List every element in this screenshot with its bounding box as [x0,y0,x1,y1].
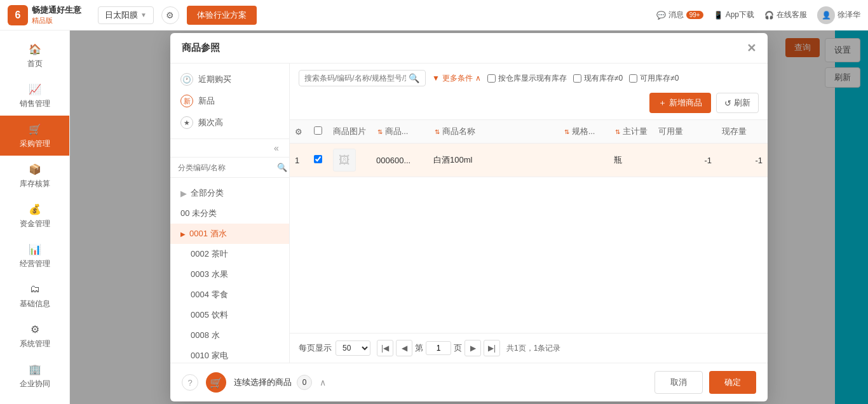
recent-icon: 🕐 [180,73,193,86]
message-item[interactable]: 💬 消息 99+ [656,10,703,20]
cat-0005[interactable]: 0005 饮料 [180,305,289,325]
per-page-select[interactable]: 50 100 200 [336,340,370,356]
category-search-input[interactable] [178,163,273,172]
help-button[interactable]: ? [182,374,198,391]
per-page-section: 每页显示 50 100 200 [299,340,370,356]
table-row[interactable]: 1 🖼 [290,144,768,177]
check3-input[interactable] [629,74,637,83]
logo-area: 6 畅捷通好生意 精品版 [8,4,90,25]
collapse-up-button[interactable]: ∧ [320,377,326,387]
online-service-item[interactable]: 🎧 在线客服 [764,10,807,20]
cat-0004[interactable]: 0004 零食 [180,285,289,305]
modal-header: 商品参照 ✕ [170,33,768,64]
sidebar-label: 库存核算 [20,178,50,189]
th-name[interactable]: ⇅ 商品名称 [428,120,558,144]
sidebar-item-home[interactable]: 🏠 首页 [0,36,69,76]
check1-input[interactable] [487,74,496,83]
plus-icon: ＋ [658,97,667,109]
th-unit[interactable]: ⇅ 主计量 [609,120,653,144]
finance-icon: 💰 [28,202,42,216]
new-product-item[interactable]: 新 新品 [170,90,289,112]
collapse-panel-button[interactable]: « [270,142,283,154]
product-search-input[interactable] [304,74,406,83]
filter-check3[interactable]: 可用库存≠0 [629,73,679,84]
app-download-item[interactable]: 📱 App下载 [714,10,754,20]
continuous-select-area: 连续选择的商品 0 [234,375,312,390]
th-img: 商品图片 [328,120,371,144]
cat-all[interactable]: ▶ 全部分类 [170,183,289,203]
settings-icon: ⚙ [295,127,302,137]
page-number-input[interactable] [426,341,451,355]
row-available: -1 [653,144,717,177]
try-industry-button[interactable]: 体验行业方案 [187,6,257,25]
sort-icon: ⇅ [615,128,620,135]
cat-0003[interactable]: 0003 水果 [180,264,289,285]
sidebar-item-guide[interactable]: 📖 新手引导 [0,396,69,404]
prev-page-button[interactable]: ◀ [396,340,412,356]
row-checkbox[interactable] [314,155,322,163]
sidebar-item-system[interactable]: ⚙ 系统管理 [0,316,69,356]
sidebar-item-inventory[interactable]: 📦 库存核算 [0,156,69,196]
confirm-button[interactable]: 确定 [709,371,756,394]
cat-00[interactable]: 00 未分类 [170,203,289,224]
th-checkbox[interactable] [309,120,328,144]
row-checkbox-cell[interactable] [309,144,328,177]
page-navigation: |◀ ◀ 第 页 ▶ ▶| [377,340,500,356]
category-search-icon[interactable]: 🔍 [277,163,287,172]
footer-buttons: 取消 确定 [654,371,756,394]
th-settings[interactable]: ⚙ [290,120,309,144]
add-product-button[interactable]: ＋ 新增商品 [649,93,711,113]
sidebar-label: 系统管理 [20,339,50,349]
page-total: 共1页，1条记录 [506,343,560,354]
pagination-bar: 每页显示 50 100 200 |◀ ◀ 第 [290,333,768,363]
filter-check1[interactable]: 按仓库显示现有库存 [487,73,567,84]
sidebar-item-operation[interactable]: 📊 经营管理 [0,236,69,276]
settings-icon[interactable]: ⚙ [161,6,179,24]
modal-body: 🕐 近期购买 新 新品 ★ 频次高 [170,64,768,363]
cat-0008[interactable]: 0008 水 [180,325,289,346]
filter-check2[interactable]: 现有库存≠0 [573,73,623,84]
product-search-icon[interactable]: 🔍 [409,73,419,83]
row-unit: 瓶 [609,144,653,177]
content-area: 查询 设置 刷新 ✕ ⤢ 商品参照 ✕ [70,30,868,404]
sidebar-item-finance[interactable]: 💰 资金管理 [0,196,69,236]
cat-0010[interactable]: 0010 家电 [180,346,289,363]
filter-more-button[interactable]: ▼ 更多条件 ∧ [432,73,481,84]
user-area[interactable]: 👤 徐泽华 [817,6,860,24]
sort-icon: ⇅ [377,128,383,135]
logo-text: 畅捷通好生意 精品版 [32,4,81,25]
enterprise-icon: 🏢 [28,362,42,376]
row-num: 1 [290,144,309,177]
sidebar-label: 资金管理 [20,219,50,229]
modal-overlay: 商品参照 ✕ 🕐 近期购买 新 [70,30,868,404]
cart-button[interactable]: 🛒 [206,372,226,393]
sidebar-item-purchase[interactable]: 🛒 采购管理 [0,116,69,156]
right-panel: 🔍 ▼ 更多条件 ∧ 按仓库显示现有库存 [290,64,768,363]
first-page-button[interactable]: |◀ [377,340,393,356]
sidebar-item-enterprise[interactable]: 🏢 企业协同 [0,356,69,396]
cat-0001[interactable]: ▶ 0001 酒水 [170,224,289,244]
th-spec[interactable]: ⇅ 规格... [558,120,609,144]
home-icon: 🏠 [28,42,42,56]
next-page-button[interactable]: ▶ [465,340,481,356]
inventory-icon: 📦 [28,162,42,176]
recent-purchase-item[interactable]: 🕐 近期购买 [170,69,289,90]
sidebar-label: 基础信息 [20,299,50,309]
sidebar-item-basic[interactable]: 🗂 基础信息 [0,276,69,316]
frequent-item[interactable]: ★ 频次高 [170,112,289,133]
cancel-button[interactable]: 取消 [654,371,703,394]
th-code[interactable]: ⇅ 商品... [371,120,428,144]
cat-0002[interactable]: 0002 茶叶 [180,244,289,264]
refresh-button[interactable]: ↺ 刷新 [716,93,759,113]
select-all-checkbox[interactable] [314,126,322,135]
sort-icon: ⇅ [564,128,569,135]
sidebar-item-sales[interactable]: 📈 销售管理 [0,76,69,116]
sidebar-label: 经营管理 [20,259,50,269]
logo-icon: 6 [8,5,28,25]
avatar: 👤 [817,6,835,24]
modal-close-button[interactable]: ✕ [747,43,756,54]
nav-selector[interactable]: 日太阳膜 ▼ [98,6,154,24]
quick-access-section: 🕐 近期购买 新 新品 ★ 频次高 [170,64,289,139]
last-page-button[interactable]: ▶| [484,340,500,356]
check2-input[interactable] [573,74,581,83]
